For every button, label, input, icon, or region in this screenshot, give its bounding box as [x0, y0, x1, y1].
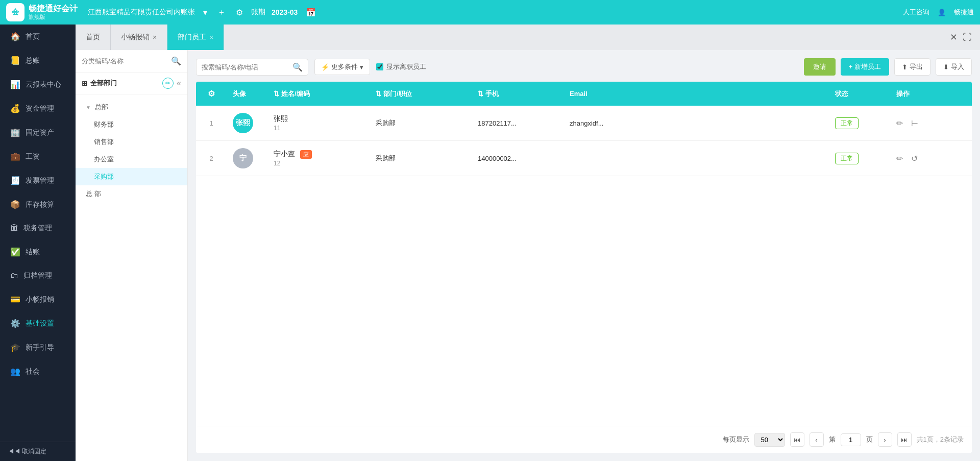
- sidebar-item-expense-label: 小畅报销: [26, 295, 54, 304]
- sidebar-item-salary-label: 工资: [26, 152, 40, 161]
- row-index-2: 2: [209, 155, 213, 162]
- name-code-1: 张熙 11: [274, 114, 288, 132]
- sidebar-item-expense[interactable]: 💳 小畅报销: [0, 287, 76, 311]
- sidebar-item-settings-label: 基础设置: [26, 319, 54, 328]
- calendar-icon[interactable]: 📅: [304, 6, 318, 19]
- company-dropdown-btn[interactable]: ▾: [201, 6, 209, 19]
- edit-icon-2[interactable]: ✏: [896, 154, 903, 163]
- cancel-pin-btn[interactable]: ◀◀ 取消固定: [0, 442, 76, 461]
- dept-edit-icon[interactable]: ✏: [162, 78, 174, 89]
- th-name[interactable]: ⇅ 姓名/编码: [267, 82, 370, 106]
- table-row: 2 宁 宁小亶 应 1: [196, 141, 972, 176]
- logo-area: 会 畅捷通好会计 旗舰版: [6, 3, 82, 21]
- settings-icon[interactable]: ⚙: [234, 6, 245, 19]
- th-dept-sort-icon: ⇅: [376, 90, 381, 98]
- table-header: ⚙ 头像 ⇅ 姓名/编码 ⇅ 部门/职位: [196, 82, 972, 106]
- employee-search-box[interactable]: 🔍: [196, 59, 308, 76]
- td-name-1: 张熙 11: [267, 107, 370, 139]
- th-phone-label: 手机: [485, 89, 499, 99]
- sidebar-item-close[interactable]: ✅ 结账: [0, 240, 76, 264]
- home-icon: 🏠: [10, 32, 20, 41]
- dept-header: ⊞ 全部部门 ✏ «: [76, 72, 187, 94]
- invite-btn[interactable]: 邀请: [804, 58, 836, 76]
- show-resign-checkbox[interactable]: [376, 63, 383, 70]
- edit-icon-1[interactable]: ✏: [896, 118, 903, 128]
- td-status-1: 正常: [829, 110, 890, 136]
- inventory-icon: 📦: [10, 200, 20, 209]
- page-input[interactable]: [841, 433, 861, 446]
- settings-th-icon[interactable]: ⚙: [208, 89, 215, 99]
- close-accounts-icon: ✅: [10, 247, 20, 257]
- sidebar-item-ledger[interactable]: 📒 总账: [0, 48, 76, 72]
- logout-icon-1[interactable]: ⊢: [911, 118, 918, 128]
- employee-search-input[interactable]: [202, 63, 289, 71]
- dept-search-icon[interactable]: 🔍: [171, 56, 181, 66]
- employee-table: ⚙ 头像 ⇅ 姓名/编码 ⇅ 部门/职位: [196, 82, 972, 453]
- name-code-num-2: 12: [274, 160, 312, 167]
- dept-item-sales-label: 销售部: [94, 137, 114, 147]
- sidebar-item-invoice[interactable]: 🧾 发票管理: [0, 168, 76, 192]
- top-header: 会 畅捷通好会计 旗舰版 江西服宝精品有限责任公司内账张 ▾ ＋ ⚙ 账期 20…: [0, 0, 980, 25]
- export-btn[interactable]: ⬆ 导出: [894, 58, 930, 76]
- sidebar-item-finance[interactable]: 💰 资金管理: [0, 96, 76, 120]
- import-btn[interactable]: ⬇ 导入: [936, 58, 972, 76]
- all-dept-label[interactable]: 全部部门: [90, 79, 117, 88]
- dept-item-purchase[interactable]: 采购部: [76, 168, 187, 185]
- all-dept-label-area: ⊞ 全部部门: [82, 79, 117, 88]
- avatar-2: 宁: [233, 148, 253, 168]
- close-window-icon[interactable]: ✕: [950, 32, 958, 43]
- sidebar-item-inventory[interactable]: 📦 库存核算: [0, 192, 76, 216]
- sidebar-item-social[interactable]: 👥 社会: [0, 359, 76, 383]
- sidebar-item-settings[interactable]: ⚙️ 基础设置: [0, 311, 76, 335]
- tab-expense-close[interactable]: ×: [153, 33, 157, 41]
- th-phone[interactable]: ⇅ 手机: [472, 82, 564, 106]
- sidebar-item-invoice-label: 发票管理: [26, 176, 54, 185]
- sidebar-item-assets[interactable]: 🏢 固定资产: [0, 120, 76, 144]
- tab-employee[interactable]: 部门员工 ×: [167, 25, 224, 50]
- user-name: 畅捷通: [954, 8, 974, 17]
- prev-page-btn[interactable]: ‹: [810, 432, 824, 447]
- first-page-btn[interactable]: ⏮: [790, 432, 804, 447]
- dept-item-zongbu[interactable]: ▼ 总部: [76, 99, 187, 116]
- dept-item-zongbu-label: 总部: [95, 103, 108, 112]
- sidebar-item-guide[interactable]: 🎓 新手引导: [0, 335, 76, 359]
- dept-item-general[interactable]: 总 部: [76, 185, 187, 203]
- expand-window-icon[interactable]: ⛶: [963, 32, 972, 43]
- dept-item-office[interactable]: 办公室: [76, 151, 187, 168]
- dept-search-area: 🔍: [76, 50, 187, 72]
- dept-panel: 🔍 ⊞ 全部部门 ✏ « ▼ 总部: [76, 50, 188, 461]
- sidebar-item-reports[interactable]: 📊 云报表中心: [0, 72, 76, 96]
- logo-text-block: 畅捷通好会计 旗舰版: [29, 4, 78, 21]
- next-page-btn[interactable]: ›: [878, 432, 892, 447]
- sidebar-item-archive[interactable]: 🗂 归档管理: [0, 264, 76, 287]
- filter-btn[interactable]: ⚡ 更多条件 ▾: [314, 59, 370, 75]
- sidebar-item-tax-label: 税务管理: [23, 224, 52, 233]
- support-btn[interactable]: 人工咨询: [903, 8, 929, 17]
- logo-icon: 会: [6, 3, 24, 21]
- add-employee-btn[interactable]: + 新增员工: [841, 58, 889, 76]
- dept-item-sales[interactable]: 销售部: [76, 133, 187, 151]
- td-action-1: ✏ ⊢: [890, 111, 972, 135]
- td-email-1: zhangxidf...: [564, 112, 829, 134]
- tab-home[interactable]: 首页: [76, 25, 111, 50]
- per-page-select[interactable]: 50 20 100: [754, 433, 785, 447]
- finance-icon: 💰: [10, 104, 20, 113]
- th-dept[interactable]: ⇅ 部门/职位: [370, 82, 472, 106]
- dept-collapse-icon[interactable]: «: [177, 79, 181, 88]
- tab-expense[interactable]: 小畅报销 ×: [111, 25, 167, 50]
- sidebar-item-home[interactable]: 🏠 首页: [0, 25, 76, 48]
- dept-item-finance[interactable]: 财务部: [76, 116, 187, 133]
- dept-search-input[interactable]: [82, 57, 168, 65]
- td-name-2: 宁小亶 应 12: [267, 142, 370, 174]
- sidebar-item-salary[interactable]: 💼 工资: [0, 144, 76, 168]
- show-resign-label[interactable]: 显示离职员工: [376, 62, 426, 71]
- last-page-btn[interactable]: ⏭: [897, 432, 912, 447]
- add-company-btn[interactable]: ＋: [215, 5, 228, 20]
- tab-employee-close[interactable]: ×: [209, 33, 213, 41]
- sidebar-item-tax[interactable]: 🏛 税务管理: [0, 216, 76, 240]
- th-email: Email: [564, 83, 829, 105]
- employee-search-icon[interactable]: 🔍: [292, 62, 303, 72]
- settings-sidebar-icon: ⚙️: [10, 319, 20, 328]
- header-right: 人工咨询 👤 畅捷通: [903, 8, 974, 17]
- refresh-icon-2[interactable]: ↺: [911, 154, 918, 163]
